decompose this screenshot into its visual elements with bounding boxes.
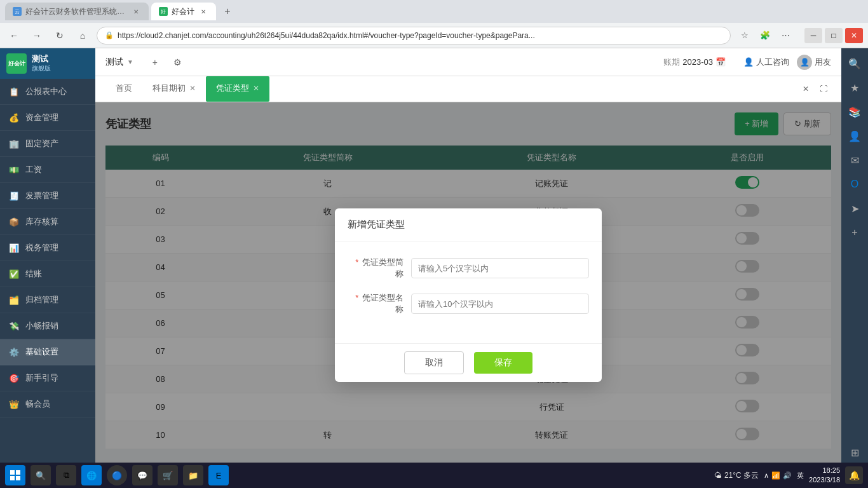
network-icon[interactable]: 📶 [771,471,780,480]
close-btn[interactable]: ✕ [845,28,863,43]
sidebar-item-settings[interactable]: ⚙️ 基础设置 [0,339,95,365]
taskbar-chrome[interactable]: 🔵 [107,465,127,485]
address-text: https://cloud2.chanjet.com/accounting/uh… [118,31,535,40]
address-input[interactable]: 🔒 https://cloud2.chanjet.com/accounting/… [97,27,731,44]
company-selector[interactable]: 测试 ▼ [105,57,133,68]
modal-overlay: 新增凭证类型 * 凭证类型简称 * [95,102,841,488]
sidebar-item-checkout[interactable]: ✅ 结账 [0,261,95,287]
right-grid-btn[interactable]: ⊞ [844,442,865,463]
sidebar-item-vip[interactable]: 👑 畅会员 [0,391,95,417]
sidebar-label-archive: 归档管理 [25,294,58,306]
right-outlook-btn[interactable]: O [844,174,865,194]
weather-icon: 🌤 [714,471,722,480]
tab-close-1[interactable]: ✕ [131,6,141,17]
invoice-icon: 🧾 [8,189,20,202]
tab-voucher-close[interactable]: ✕ [253,84,259,93]
sound-icon[interactable]: 🔊 [783,471,792,480]
tab-favicon-1: 云 [13,7,22,16]
tab-favicon-2: 好 [159,7,168,16]
sidebar-item-assets[interactable]: 🏢 固定资产 [0,131,95,157]
save-button[interactable]: 保存 [474,352,532,374]
sidebar-nav: 📋 公报表中心 💰 资金管理 🏢 固定资产 💵 工资 🧾 发票管理 📦 [0,79,95,468]
sidebar-item-tax[interactable]: 📊 税务管理 [0,235,95,261]
page-tabs: 首页 科目期初 ✕ 凭证类型 ✕ ✕ ⛶ [95,76,841,102]
period-info: 账期 2023-03 📅 [663,57,726,68]
taskbar-folder[interactable]: 📁 [183,465,203,485]
taskbar-search[interactable]: 🔍 [31,465,51,485]
user-button[interactable]: 👤 用友 [797,55,831,70]
forward-button[interactable]: → [28,27,46,44]
top-bar: 测试 ▼ + ⚙ 账期 2023-03 📅 👤 人工咨询 👤 用友 [95,48,841,76]
taskbar-time: 18:25 2023/3/18 [809,466,840,485]
browser-tab-2[interactable]: 好 好会计 ✕ [151,3,216,20]
taskbar-store[interactable]: 🛒 [158,465,178,485]
start-button[interactable] [5,465,25,485]
taskbar-edge2[interactable]: E [208,465,229,485]
sidebar-item-archive[interactable]: 🗂️ 归档管理 [0,287,95,313]
taskbar-task-view[interactable]: ⧉ [56,465,76,485]
sidebar-item-invoice[interactable]: 🧾 发票管理 [0,183,95,209]
sidebar-item-funds[interactable]: 💰 资金管理 [0,105,95,131]
tab-close-win-btn[interactable]: ✕ [798,81,813,97]
tab-home[interactable]: 首页 [105,76,142,102]
tab-voucher-type[interactable]: 凭证类型 ✕ [206,76,269,102]
back-button[interactable]: ← [5,27,23,44]
bookmark-btn[interactable]: ☆ [736,27,754,44]
new-tab-button[interactable]: + [219,3,236,20]
sidebar-label-assets: 固定资产 [25,138,58,149]
short-name-input[interactable] [411,258,589,278]
extensions-btn[interactable]: 🧩 [756,27,774,44]
minimize-btn[interactable]: ─ [804,28,822,43]
sidebar-label-tax: 税务管理 [25,242,58,254]
sidebar-item-salary[interactable]: 💵 工资 [0,157,95,183]
tab-subjects-close[interactable]: ✕ [189,84,196,93]
full-name-input[interactable] [411,294,589,314]
time-display: 18:25 [809,466,840,475]
svg-rect-1 [16,470,20,475]
more-btn[interactable]: ⋯ [776,27,794,44]
sys-arrow-icon[interactable]: ∧ [764,471,769,480]
sidebar-header[interactable]: 好会计 测试 旗舰版 [0,48,95,79]
consult-button[interactable]: 👤 人工咨询 [743,57,789,68]
right-star-btn[interactable]: ★ [844,78,865,98]
right-arrow-btn[interactable]: ➤ [844,198,865,219]
cancel-button[interactable]: 取消 [404,351,464,374]
sidebar-item-expense[interactable]: 💸 小畅报销 [0,313,95,339]
taskbar-sys-icons: ∧ 📶 🔊 [764,471,792,480]
required-mark-1: * [355,257,358,267]
tab-maximize-win-btn[interactable]: ⛶ [816,81,831,97]
sidebar-label-notices: 公报表中心 [25,86,67,97]
right-search-btn[interactable]: 🔍 [844,53,865,74]
company-name: 测试 [105,57,123,68]
tab-subjects[interactable]: 科目期初 ✕ [142,76,206,102]
home-button[interactable]: ⌂ [74,27,92,44]
sidebar-item-notices[interactable]: 📋 公报表中心 [0,79,95,105]
user-label: 用友 [815,57,831,68]
taskbar-wechat[interactable]: 💬 [132,465,153,485]
maximize-btn[interactable]: □ [825,28,843,43]
sidebar-label-settings: 基础设置 [25,346,58,358]
period-calendar-icon[interactable]: 📅 [715,57,726,67]
right-plus-btn[interactable]: + [844,222,865,243]
right-collection-btn[interactable]: 📚 [844,102,865,122]
sidebar-item-guide[interactable]: 🎯 新手引导 [0,365,95,391]
sidebar-label-inventory: 库存核算 [25,216,58,227]
company-arrow-icon: ▼ [127,58,133,65]
add-company-btn[interactable]: + [146,53,164,71]
browser-tab-1[interactable]: 云 好会计云财务软件管理系统_会计 ✕ [5,3,149,20]
consult-label: 人工咨询 [756,57,789,68]
right-person-btn[interactable]: 👤 [844,126,865,146]
form-row-short-name: * 凭证类型简称 [348,257,589,280]
tab-close-2[interactable]: ✕ [198,6,208,17]
address-bar: ← → ↻ ⌂ 🔒 https://cloud2.chanjet.com/acc… [0,23,868,48]
refresh-button[interactable]: ↻ [51,27,69,44]
sidebar-logo: 好会计 [6,53,27,74]
notification-button[interactable]: 🔔 [845,466,863,484]
top-bar-right: 👤 人工咨询 👤 用友 [743,55,831,70]
taskbar-edge[interactable]: 🌐 [81,465,102,485]
taskbar-weather: 🌤 21°C 多云 [714,470,759,481]
svg-rect-2 [10,476,15,480]
right-mail-btn[interactable]: ✉ [844,150,865,170]
settings-gear-btn[interactable]: ⚙ [169,53,187,71]
sidebar-item-inventory[interactable]: 📦 库存核算 [0,209,95,235]
